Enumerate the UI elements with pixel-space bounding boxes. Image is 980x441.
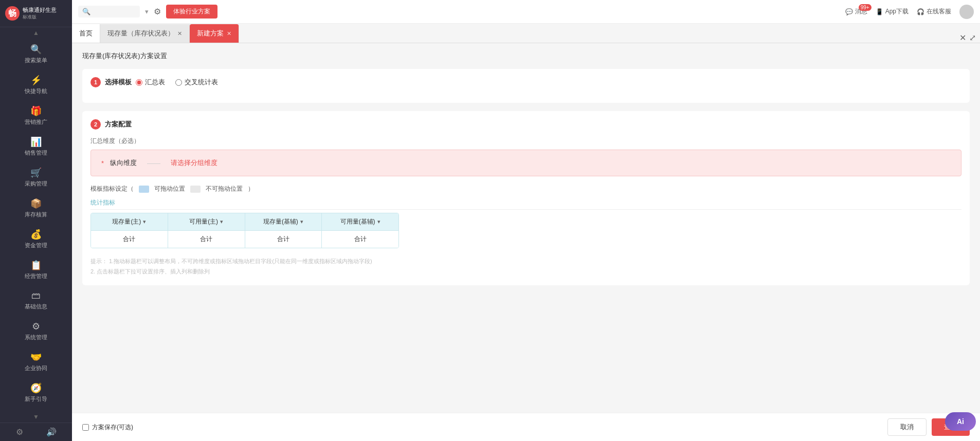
stats-cell-0-3: 合计 [322, 231, 398, 248]
cooperation-icon: 🤝 [30, 352, 42, 363]
system-icon: ⚙ [32, 321, 40, 332]
tab-home-label: 首页 [79, 29, 93, 38]
search-input[interactable] [93, 8, 134, 15]
required-marker: * [101, 159, 104, 167]
content-area: 现存量(库存状况表)方案设置 1 选择模板 汇总表 交叉统计表 [72, 43, 980, 413]
message-icon: 💬 [845, 8, 853, 15]
app-download-item[interactable]: 📱 App下载 [876, 7, 909, 16]
close-window-button[interactable]: ✕ [959, 33, 966, 43]
sidebar-item-inventory[interactable]: 📦 库存核算 [0, 193, 72, 224]
tab-inventory[interactable]: 现存量（库存状况表） ✕ [100, 24, 190, 43]
sidebar-item-sales[interactable]: 📊 销售管理 [0, 131, 72, 162]
col-chevron-1[interactable]: ▾ [220, 218, 223, 225]
app-download-label: App下载 [885, 7, 909, 16]
dimension-required-label: 汇总维度（必选） [90, 137, 961, 145]
save-option[interactable]: 方案保存(可选) [82, 423, 133, 432]
settings-icon[interactable]: ⚙ [16, 427, 23, 437]
user-avatar[interactable] [959, 5, 974, 19]
template-indicator-prefix: 模板指标设定（ [90, 185, 134, 193]
section-choose-template: 1 选择模板 汇总表 交叉统计表 [82, 69, 970, 103]
stats-cell-0-2: 合计 [245, 231, 322, 248]
online-service-item[interactable]: 🎧 在线客服 [917, 7, 951, 16]
sidebar-item-basic[interactable]: 🗃 基础信息 [0, 285, 72, 316]
section2-header: 2 方案配置 [90, 119, 961, 130]
col-header-3[interactable]: 可用量(基辅) ▾ [322, 213, 398, 230]
tabbar: 首页 现存量（库存状况表） ✕ 新建方案 ✕ ✕ ⤢ [72, 24, 980, 43]
cancel-button[interactable]: 取消 [887, 418, 927, 436]
inventory-icon: 📦 [30, 198, 42, 209]
search-icon: 🔍 [30, 44, 42, 55]
radio-summary[interactable]: 汇总表 [136, 78, 165, 87]
expand-window-button[interactable]: ⤢ [969, 33, 976, 43]
sidebar-item-finance[interactable]: 💰 资金管理 [0, 224, 72, 254]
sidebar-item-management[interactable]: 📋 经营管理 [0, 254, 72, 285]
marketing-icon: 🎁 [30, 105, 42, 117]
sidebar-item-label: 基础信息 [25, 303, 47, 310]
movable-indicator-box [139, 186, 149, 193]
radio-summary-input[interactable] [136, 79, 142, 86]
main-area: 🔍 ▾ ⚙ 体验行业方案 💬 消息 99+ 📱 App下载 🎧 在线客服 [72, 0, 980, 441]
save-checkbox[interactable] [82, 424, 89, 431]
scroll-down-button[interactable]: ▼ [0, 411, 72, 422]
tab-new-plan-close[interactable]: ✕ [227, 30, 231, 37]
radio-cross-input[interactable] [175, 79, 182, 86]
movable-indicator-label: 可拖动位置 [154, 185, 185, 193]
scroll-up-button[interactable]: ▲ [0, 27, 72, 39]
template-radio-group: 汇总表 交叉统计表 [136, 78, 218, 87]
radio-cross[interactable]: 交叉统计表 [175, 78, 218, 87]
dimension-placeholder[interactable]: 请选择分组维度 [171, 158, 217, 168]
stats-table-row-0: 合计 合计 合计 合计 [91, 230, 398, 248]
sidebar-item-purchase[interactable]: 🛒 采购管理 [0, 162, 72, 193]
ai-float-button[interactable]: Ai [945, 412, 976, 431]
sidebar-item-label: 企业协同 [25, 364, 47, 372]
sidebar-bottom: ⚙ 🔊 [0, 422, 72, 441]
col-chevron-2[interactable]: ▾ [300, 218, 303, 225]
sidebar-item-cooperation[interactable]: 🤝 企业协同 [0, 346, 72, 377]
tab-inventory-label: 现存量（库存状况表） [107, 29, 174, 38]
tip-2: 2. 点击标题栏下拉可设置排序、插入列和删除列 [90, 267, 961, 277]
sidebar: 畅 畅康通好生意 标准版 ▲ 🔍 搜索菜单 ⚡ 快捷导航 🎁 营销推广 📊 销售… [0, 0, 72, 441]
section2-title: 方案配置 [105, 120, 132, 129]
stats-table: 现存量(主) ▾ 可用量(主) ▾ 现存量(基辅) ▾ 可用量(基辅) ▾ [90, 213, 399, 248]
app-logo: 畅 畅康通好生意 标准版 [0, 0, 72, 27]
col-chevron-3[interactable]: ▾ [377, 218, 380, 225]
topbar-search-box[interactable]: 🔍 [78, 6, 140, 17]
tab-new-plan[interactable]: 新建方案 ✕ [190, 24, 239, 43]
sidebar-item-label: 经营管理 [25, 272, 47, 280]
col-label-1: 可用量(主) [189, 217, 218, 226]
sidebar-item-shortcut[interactable]: ⚡ 快捷导航 [0, 69, 72, 100]
sidebar-item-marketing[interactable]: 🎁 营销推广 [0, 100, 72, 131]
sidebar-item-newbie[interactable]: 🧭 新手引导 [0, 377, 72, 408]
col-header-0[interactable]: 现存量(主) ▾ [91, 213, 168, 230]
settings-gear-icon[interactable]: ⚙ [154, 7, 161, 16]
col-header-1[interactable]: 可用量(主) ▾ [168, 213, 245, 230]
tab-home[interactable]: 首页 [72, 24, 100, 43]
sidebar-item-label: 搜索菜单 [25, 57, 47, 64]
download-icon: 📱 [876, 8, 883, 15]
audio-icon[interactable]: 🔊 [46, 427, 57, 437]
col-chevron-0[interactable]: ▾ [143, 218, 146, 225]
service-icon: 🎧 [917, 8, 924, 15]
sidebar-item-search[interactable]: 🔍 搜索菜单 [0, 39, 72, 69]
template-indicator-row: 模板指标设定（ 可拖动位置 不可拖动位置 ） [90, 185, 961, 193]
app-edition: 标准版 [23, 14, 57, 21]
sidebar-item-label: 快捷导航 [25, 87, 47, 95]
col-header-2[interactable]: 现存量(基辅) ▾ [245, 213, 322, 230]
fixed-indicator-box [190, 186, 201, 193]
industry-plan-button[interactable]: 体验行业方案 [166, 5, 217, 19]
stats-table-header: 现存量(主) ▾ 可用量(主) ▾ 现存量(基辅) ▾ 可用量(基辅) ▾ [91, 213, 398, 230]
topbar-dropdown-icon[interactable]: ▾ [145, 8, 149, 15]
footer: 方案保存(可选) 取消 查询 [72, 413, 980, 441]
page-title: 现存量(库存状况表)方案设置 [82, 51, 970, 61]
sidebar-item-label: 销售管理 [25, 149, 47, 157]
sidebar-item-system[interactable]: ⚙ 系统管理 [0, 316, 72, 346]
logo-icon: 畅 [5, 6, 20, 21]
message-item[interactable]: 💬 消息 99+ [845, 7, 867, 16]
tab-inventory-close[interactable]: ✕ [177, 30, 182, 37]
sidebar-nav: 🔍 搜索菜单 ⚡ 快捷导航 🎁 营销推广 📊 销售管理 🛒 采购管理 📦 库存核… [0, 39, 72, 411]
sidebar-item-label: 库存核算 [25, 211, 47, 218]
section1-title: 选择模板 [105, 78, 132, 87]
tab-new-plan-label: 新建方案 [197, 29, 224, 38]
management-icon: 📋 [30, 260, 42, 271]
sidebar-item-label: 采购管理 [25, 180, 47, 188]
